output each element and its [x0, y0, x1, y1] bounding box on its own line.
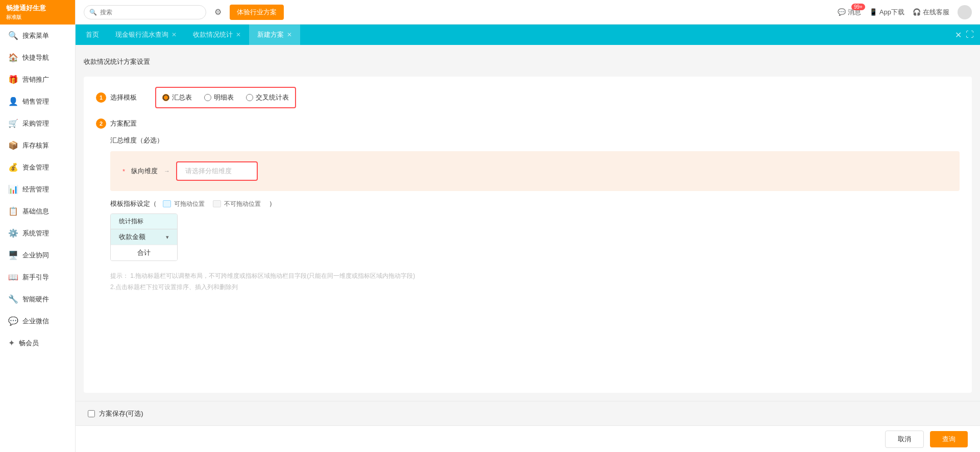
radio-detail-label: 明细表: [214, 93, 234, 102]
sidebar-item-sales[interactable]: 👤 销售管理: [0, 90, 75, 112]
sidebar-item-inventory[interactable]: 📦 库存核算: [0, 134, 75, 156]
radio-summary[interactable]: 汇总表: [162, 93, 192, 102]
sidebar-item-hardware[interactable]: 🔧 智能硬件: [0, 288, 75, 310]
sidebar-item-purchase[interactable]: 🛒 采购管理: [0, 112, 75, 134]
tab-home-label: 首页: [86, 30, 99, 39]
app-icon: 📱: [869, 8, 877, 16]
sidebar-item-operation[interactable]: 📊 经营管理: [0, 178, 75, 200]
sidebar-item-label: 销售管理: [22, 97, 49, 106]
tool-icon: 🔧: [8, 294, 18, 304]
gift-icon: 🎁: [8, 75, 18, 84]
app-label: App下载: [879, 8, 904, 17]
save-checkbox[interactable]: [88, 410, 95, 417]
dimension-select[interactable]: 请选择分组维度: [176, 161, 258, 181]
radio-detail-input[interactable]: [204, 94, 211, 101]
book-icon: 📖: [8, 272, 18, 282]
close-window-icon[interactable]: ✕: [955, 30, 962, 40]
chevron-down-icon: ▾: [166, 234, 169, 241]
sidebar-item-wechat[interactable]: 💬 企业微信: [0, 310, 75, 332]
tab-bar: 首页 现金银行流水查询 ✕ 收款情况统计 ✕ 新建方案 ✕ ✕ ⛶: [76, 25, 980, 45]
indicator-legend: 可拖动位置 不可拖动位置 ）: [163, 199, 276, 208]
logo-edition: 标准版: [6, 14, 46, 21]
radio-cross[interactable]: 交叉统计表: [246, 93, 289, 102]
sidebar-item-label: 资金管理: [22, 163, 49, 172]
sidebar: 畅捷通好生意 标准版 🔍 搜索菜单 🏠 快捷导航 🎁 营销推广 👤 销售管理 🛒…: [0, 0, 76, 452]
message-icon: 💬: [838, 8, 846, 16]
bottom-save-bar: 方案保存(可选): [76, 401, 980, 425]
tab-home[interactable]: 首页: [78, 25, 107, 45]
sidebar-item-newguide[interactable]: 📖 新手引导: [0, 266, 75, 288]
sidebar-item-label: 新手引导: [22, 273, 49, 282]
sidebar-item-member[interactable]: ✦ 畅会员: [0, 332, 75, 354]
sidebar-item-label: 采购管理: [22, 119, 49, 128]
radio-summary-input[interactable]: [162, 94, 169, 101]
clipboard-icon: 📋: [8, 206, 18, 216]
message-button[interactable]: 💬 消息 99+: [838, 8, 861, 17]
logo-text: 畅捷通好生意: [6, 4, 46, 13]
tab-collection-stat[interactable]: 收款情况统计 ✕: [185, 25, 249, 45]
step2-num: 2: [96, 118, 106, 129]
sidebar-item-label: 搜索菜单: [22, 31, 49, 40]
query-button[interactable]: 查询: [930, 431, 968, 447]
page-title: 收款情况统计方案设置: [84, 53, 972, 70]
arrow-right-icon: →: [164, 168, 170, 175]
draggable-label: 可拖动位置: [174, 200, 205, 208]
sidebar-item-search[interactable]: 🔍 搜索菜单: [0, 25, 75, 46]
sidebar-item-enterprise[interactable]: 🖥️ 企业协同: [0, 244, 75, 266]
sidebar-item-basic[interactable]: 📋 基础信息: [0, 200, 75, 222]
tab-new-scheme-close[interactable]: ✕: [287, 31, 292, 38]
tab-bank-flow[interactable]: 现金银行流水查询 ✕: [107, 25, 185, 45]
cancel-button[interactable]: 取消: [885, 431, 924, 448]
user-avatar[interactable]: [958, 5, 972, 19]
radio-summary-label: 汇总表: [172, 93, 192, 102]
sidebar-logo: 畅捷通好生意 标准版: [0, 0, 75, 25]
radio-cross-input[interactable]: [246, 94, 253, 101]
settings-icon[interactable]: ⚙: [214, 7, 222, 17]
sidebar-item-marketing[interactable]: 🎁 营销推广: [0, 68, 75, 90]
header-search-box[interactable]: 🔍: [84, 5, 206, 19]
app-download-button[interactable]: 📱 App下载: [869, 8, 904, 17]
tab-new-scheme[interactable]: 新建方案 ✕: [249, 25, 300, 45]
tip-text-1: 提示： 1.拖动标题栏可以调整布局，不可跨维度或指标区域拖动栏目字段(只能在同一…: [110, 271, 960, 282]
window-controls: ✕ ⛶: [955, 30, 978, 40]
search-icon: 🔍: [8, 31, 18, 40]
fixed-box: [213, 200, 221, 207]
stats-cell-amount[interactable]: 收款金额 ▾: [111, 229, 177, 245]
header-actions: 💬 消息 99+ 📱 App下载 🎧 在线客服: [838, 5, 972, 19]
tab-bank-flow-close[interactable]: ✕: [172, 31, 177, 38]
step2-label: 方案配置: [110, 119, 137, 128]
money-icon: 💰: [8, 162, 18, 172]
step1-num: 1: [96, 92, 106, 103]
search-input[interactable]: [100, 9, 201, 16]
step1-section: 1 选择模板 汇总表 明细表: [96, 87, 960, 108]
step1-label: 选择模板: [110, 93, 137, 102]
message-badge: 99+: [851, 4, 865, 10]
indicator-settings-label: 模板指标设定（: [110, 199, 157, 208]
trial-button[interactable]: 体验行业方案: [230, 5, 284, 20]
vertical-dim-label: 纵向维度: [131, 166, 158, 176]
maximize-icon[interactable]: ⛶: [966, 30, 974, 40]
cart-icon: 🛒: [8, 118, 18, 128]
sidebar-item-system[interactable]: ⚙️ 系统管理: [0, 222, 75, 244]
chat-icon: 💬: [8, 316, 18, 326]
sidebar-item-quick-nav[interactable]: 🏠 快捷导航: [0, 46, 75, 68]
sidebar-item-label: 快捷导航: [22, 53, 49, 62]
stats-table: 统计指标 收款金额 ▾ 合计: [110, 213, 178, 261]
tips-section: 提示： 1.拖动标题栏可以调整布局，不可跨维度或指标区域拖动栏目字段(只能在同一…: [110, 271, 960, 293]
tab-collection-stat-close[interactable]: ✕: [236, 31, 241, 38]
home-icon: 🏠: [8, 53, 18, 62]
online-service-button[interactable]: 🎧 在线客服: [913, 8, 949, 17]
dimension-row: * 纵向维度 → 请选择分组维度: [122, 161, 947, 181]
sidebar-item-capital[interactable]: 💰 资金管理: [0, 156, 75, 178]
service-label: 在线客服: [923, 8, 949, 17]
indicator-desc: 模板指标设定（ 可拖动位置 不可拖动位置 ）: [110, 199, 960, 208]
draggable-box: [163, 200, 171, 207]
footer-bar: 取消 查询: [76, 425, 980, 452]
search-icon-header: 🔍: [89, 9, 97, 16]
radio-detail[interactable]: 明细表: [204, 93, 234, 102]
user-icon: 👤: [8, 97, 18, 106]
sidebar-item-label: 库存核算: [22, 141, 49, 150]
sidebar-item-label: 基础信息: [22, 207, 49, 216]
required-star: *: [122, 168, 125, 175]
legend-fixed: 不可拖动位置: [213, 200, 261, 208]
